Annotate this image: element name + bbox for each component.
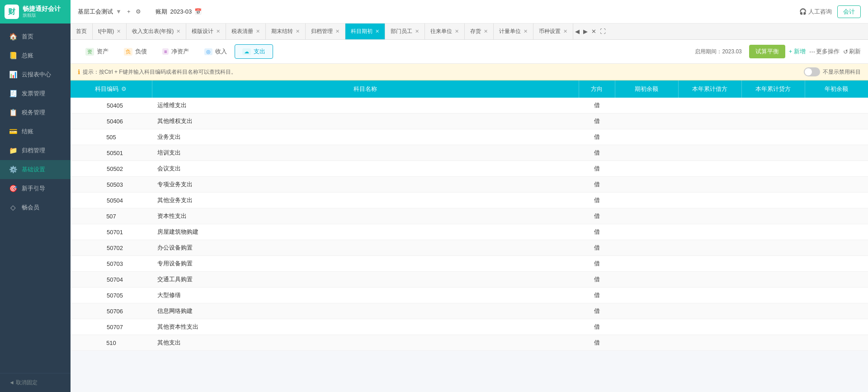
tab-income-annual[interactable]: 收入支出表(年报) ✕ [127,24,186,39]
close-icon[interactable]: ✕ [176,28,180,34]
table-row[interactable]: 50701房屋建筑物购建借 [71,224,868,240]
close-icon[interactable]: ✕ [296,28,300,34]
account-button[interactable]: 会计 [837,5,861,18]
sidebar-item-tax[interactable]: 📋 税务管理 [0,103,71,122]
category-tab-expense[interactable]: ☁ 支出 [235,44,273,59]
cell-name: 房屋建筑物购建 [152,224,579,240]
cell-year [805,224,868,240]
settings-button[interactable]: ⚙ [136,8,141,15]
category-tab-net[interactable]: ≡ 净资产 [155,44,197,59]
topbar-help[interactable]: 🎧 人工咨询 [799,8,832,16]
cell-dir: 借 [579,240,615,256]
close-icon[interactable]: ✕ [216,28,220,34]
tab-expand[interactable]: ⛶ [598,28,608,35]
cell-dir: 借 [579,161,615,177]
table-row[interactable]: 50406其他维权支出借 [71,113,868,129]
cell-name: 资本性支出 [152,208,579,224]
cell-balance [615,177,678,193]
close-icon[interactable]: ✕ [117,28,121,34]
category-tab-income[interactable]: ◎ 收入 [197,44,235,59]
cell-dir: 借 [579,208,615,224]
table-row[interactable]: 50704交通工具购置借 [71,272,868,288]
table-row[interactable]: 507资本性支出借 [71,208,868,224]
sidebar-item-settle[interactable]: 💳 结账 [0,122,71,141]
table-row[interactable]: 50501培训支出借 [71,145,868,161]
table-row[interactable]: 50707其他资本性支出借 [71,319,868,335]
sidebar-item-ledger[interactable]: 📒 总账 [0,46,71,65]
close-icon[interactable]: ✕ [455,28,459,34]
tab-nav-left[interactable]: ◀ [573,28,581,35]
table-row[interactable]: 510其他支出借 [71,335,868,351]
cell-balance [615,319,678,335]
tab-close-all[interactable]: ✕ [590,28,598,35]
sidebar-footer[interactable]: ◄ 取消固定 [0,373,71,392]
toggle-switch[interactable] [804,67,820,76]
close-icon[interactable]: ✕ [415,28,419,34]
tab-label: t(中期) [98,28,114,35]
cell-year [805,193,868,208]
sidebar-item-invoice[interactable]: 🧾 发票管理 [0,84,71,103]
tab-currency[interactable]: 币种设置 ✕ [533,24,573,39]
cell-dir: 借 [579,256,615,272]
sidebar: 财 畅捷通好会计 旗舰版 🏠 首页 📒 总账 📊 云报表中心 🧾 发票管理 📋 … [0,0,71,392]
table-row[interactable]: 50405运维维支出借 [71,98,868,113]
gear-icon[interactable]: ⚙ [120,85,127,93]
close-icon[interactable]: ✕ [524,28,528,34]
tab-template[interactable]: 模版设计 ✕ [186,24,226,39]
tab-transactions[interactable]: 往来单位 ✕ [425,24,465,39]
close-icon[interactable]: ✕ [375,28,379,34]
dropdown-icon[interactable]: ▼ [116,8,122,15]
topbar-company[interactable]: 基层工会测试 ▼ [78,8,122,16]
tab-subject-init[interactable]: 科目期初 ✕ [345,24,385,39]
sidebar-item-basic[interactable]: ⚙️ 基础设置 [0,160,71,179]
sidebar-item-label: 税务管理 [22,109,45,117]
category-tab-liability[interactable]: 负 负债 [116,44,155,59]
tab-period-mid[interactable]: t(中期) ✕ [93,24,127,39]
subjects-table: 科目编码 ⚙ 科目名称 方向 期初余额 本年累计借方 本年累计贷方 年初余额 5… [71,80,868,351]
sidebar-item-archive[interactable]: 📁 归档管理 [0,141,71,160]
period-label: 账期 [156,8,167,16]
table-row[interactable]: 505业务支出借 [71,129,868,145]
content-area: 资 资产 负 负债 ≡ 净资产 ◎ 收入 ☁ 支出 启用期间：2023.03 试… [71,40,868,392]
close-icon[interactable]: ✕ [484,28,488,34]
table-row[interactable]: 50705大型修缮借 [71,288,868,303]
sidebar-item-guide[interactable]: 🎯 新手引导 [0,179,71,198]
calc-balance-button[interactable]: 试算平衡 [749,45,785,58]
calendar-icon[interactable]: 📅 [194,8,202,15]
table-row[interactable]: 50504其他业务支出借 [71,193,868,208]
table-row[interactable]: 50502会议支出借 [71,161,868,177]
tab-dept-staff[interactable]: 部门员工 ✕ [385,24,425,39]
sidebar-item-label: 总账 [22,52,33,60]
tab-home[interactable]: 首页 [71,24,93,39]
cell-year [805,240,868,256]
sidebar-item-member[interactable]: ◇ 畅会员 [0,198,71,217]
add-tab-button[interactable]: + [127,8,131,15]
headset-icon: 🎧 [799,8,807,15]
close-icon[interactable]: ✕ [256,28,260,34]
more-button[interactable]: ⋯ 更多操作 [809,47,840,56]
sidebar-item-reports[interactable]: 📊 云报表中心 [0,65,71,84]
tab-nav-right[interactable]: ▶ [581,28,590,35]
income-icon: ◎ [204,48,212,55]
cell-credit [741,98,805,113]
table-row[interactable]: 50503专项业务支出借 [71,177,868,193]
table-row[interactable]: 50703专用设备购置借 [71,256,868,272]
sidebar-item-home[interactable]: 🏠 首页 [0,27,71,46]
cell-credit [741,256,805,272]
refresh-button[interactable]: ↺ 刷新 [843,47,861,56]
table-row[interactable]: 50702办公设备购置借 [71,240,868,256]
cell-debit [678,319,741,335]
category-tab-asset[interactable]: 资 资产 [78,44,116,59]
tab-tax[interactable]: 税表清册 ✕ [226,24,266,39]
close-icon[interactable]: ✕ [335,28,340,34]
expense-icon: ☁ [242,48,251,55]
add-button[interactable]: + 新增 [789,47,806,56]
tab-period-end[interactable]: 期末结转 ✕ [266,24,306,39]
table-row[interactable]: 50706信息网络购建借 [71,303,868,319]
tab-archive[interactable]: 归档管理 ✕ [306,24,345,39]
cell-name: 专用设备购置 [152,256,579,272]
tab-inventory[interactable]: 存货 ✕ [465,24,494,39]
close-icon[interactable]: ✕ [563,28,567,34]
tab-unit[interactable]: 计量单位 ✕ [494,24,533,39]
net-icon: ≡ [162,48,169,55]
